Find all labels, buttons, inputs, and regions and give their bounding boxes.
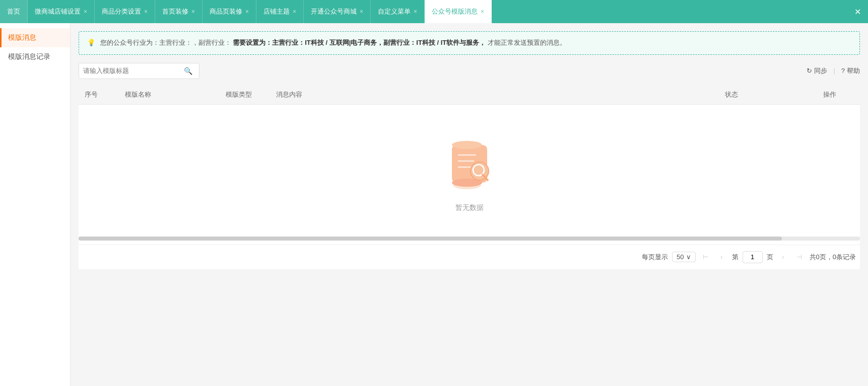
- empty-text: 暂无数据: [455, 203, 484, 212]
- nav-tab-shop-theme[interactable]: 店铺主题 ×: [256, 0, 304, 23]
- help-button[interactable]: ? 帮助: [841, 66, 860, 75]
- notice-icon: 💡: [87, 39, 95, 46]
- th-name: 模版名称: [119, 85, 220, 104]
- nav-tab-open-mall-label: 开通公众号商城: [311, 7, 357, 16]
- pagination: 每页显示 50 ∨ ⊢ ‹ 第 页 › ⊣ 共0页，0条记录: [79, 245, 860, 269]
- nav-tab-shop-theme-label: 店铺主题: [263, 7, 290, 16]
- next-page-button[interactable]: ›: [777, 251, 789, 263]
- close-all-button[interactable]: ✕: [847, 0, 868, 23]
- search-icon[interactable]: 🔍: [184, 67, 192, 75]
- close-shop-settings-icon[interactable]: ×: [84, 8, 87, 15]
- page-size-select[interactable]: 50 ∨: [672, 252, 695, 262]
- table-header: 序号 模版名称 模版类型 消息内容 状态 操作: [79, 85, 860, 105]
- divider: |: [833, 67, 835, 74]
- close-open-mall-icon[interactable]: ×: [360, 8, 363, 15]
- th-status: 状态: [719, 85, 799, 104]
- nav-tab-custom-menu-label: 自定义菜单: [378, 7, 411, 16]
- top-nav: 首页 微商城店铺设置 × 商品分类设置 × 首页装修 × 商品页装修 × 店铺主…: [0, 0, 868, 23]
- prev-page-button[interactable]: ‹: [716, 251, 728, 263]
- page-number-input[interactable]: [743, 251, 763, 263]
- sidebar-item-template-msg[interactable]: 模版消息: [0, 28, 70, 47]
- scroll-thumb[interactable]: [79, 237, 782, 241]
- search-input-wrap[interactable]: 🔍: [79, 63, 199, 79]
- first-page-button[interactable]: ⊢: [700, 251, 712, 263]
- main-layout: 模版消息 模版消息记录 💡 您的公众号行业为：主营行业：，副营行业： 需要设置为…: [0, 23, 868, 386]
- nav-tab-home[interactable]: 首页: [0, 0, 28, 23]
- close-custom-menu-icon[interactable]: ×: [414, 8, 417, 15]
- sync-label: 同步: [814, 66, 827, 75]
- nav-tab-product-decoration[interactable]: 商品页装修 ×: [203, 0, 256, 23]
- th-content: 消息内容: [270, 85, 719, 104]
- th-seq: 序号: [79, 85, 119, 104]
- page-label-suffix: 页: [767, 253, 773, 262]
- nav-tab-category-settings[interactable]: 商品分类设置 ×: [95, 0, 155, 23]
- last-page-button[interactable]: ⊣: [793, 251, 806, 263]
- horizontal-scrollbar[interactable]: [79, 237, 860, 241]
- nav-tab-shop-settings-label: 微商城店铺设置: [35, 7, 81, 16]
- nav-tab-shop-settings[interactable]: 微商城店铺设置 ×: [28, 0, 95, 23]
- total-label: 共0页，0条记录: [810, 253, 856, 262]
- nav-tab-template-message[interactable]: 公众号模版消息 ×: [425, 0, 492, 23]
- close-all-icon: ✕: [854, 7, 861, 17]
- close-home-decoration-icon[interactable]: ×: [191, 8, 195, 15]
- empty-state: 暂无数据: [79, 105, 860, 233]
- close-product-decoration-icon[interactable]: ×: [245, 8, 249, 15]
- nav-tab-template-message-label: 公众号模版消息: [432, 7, 478, 16]
- content-area: 💡 您的公众号行业为：主营行业：，副营行业： 需要设置为：主营行业：IT科技 /…: [71, 23, 868, 386]
- close-shop-theme-icon[interactable]: ×: [293, 8, 296, 15]
- notice-prefix: 您的公众号行业为：主营行业：，副营行业：: [100, 39, 231, 46]
- data-table: 序号 模版名称 模版类型 消息内容 状态 操作: [79, 85, 860, 269]
- notice-suffix: 才能正常发送预置的消息。: [488, 39, 566, 46]
- search-actions: ↻ 同步 | ? 帮助: [807, 66, 860, 75]
- th-action: 操作: [799, 85, 860, 104]
- nav-tab-home-label: 首页: [7, 7, 20, 16]
- search-bar: 🔍 ↻ 同步 | ? 帮助: [79, 63, 860, 79]
- nav-tab-category-settings-label: 商品分类设置: [102, 7, 141, 16]
- help-label: 帮助: [847, 66, 860, 75]
- nav-tab-home-decoration-label: 首页装修: [162, 7, 188, 16]
- notice-highlight: 需要设置为：主营行业：IT科技 / 互联网|电子商务，副营行业：IT科技 / I…: [233, 39, 486, 46]
- nav-tab-product-decoration-label: 商品页装修: [210, 7, 242, 16]
- search-input[interactable]: [83, 67, 184, 74]
- empty-illustration: [439, 135, 500, 195]
- page-size-value: 50: [677, 253, 684, 261]
- page-size-label: 每页显示: [642, 253, 668, 262]
- sidebar-item-template-msg-label: 模版消息: [8, 33, 36, 41]
- th-type: 模版类型: [220, 85, 270, 104]
- svg-point-1: [452, 141, 482, 149]
- sidebar-item-template-record[interactable]: 模版消息记录: [0, 47, 70, 66]
- nav-tab-open-mall[interactable]: 开通公众号商城 ×: [304, 0, 371, 23]
- sidebar: 模版消息 模版消息记录: [0, 23, 71, 386]
- nav-tab-custom-menu[interactable]: 自定义菜单 ×: [371, 0, 425, 23]
- notice-box: 💡 您的公众号行业为：主营行业：，副营行业： 需要设置为：主营行业：IT科技 /…: [79, 31, 860, 55]
- sync-button[interactable]: ↻ 同步: [807, 66, 827, 75]
- sidebar-item-template-record-label: 模版消息记录: [8, 52, 50, 60]
- help-icon: ?: [841, 67, 845, 74]
- close-category-settings-icon[interactable]: ×: [144, 8, 148, 15]
- sync-icon: ↻: [807, 67, 812, 74]
- nav-tab-home-decoration[interactable]: 首页装修 ×: [155, 0, 203, 23]
- page-label-prefix: 第: [732, 253, 739, 262]
- close-template-message-icon[interactable]: ×: [481, 8, 484, 15]
- chevron-down-icon: ∨: [686, 253, 691, 261]
